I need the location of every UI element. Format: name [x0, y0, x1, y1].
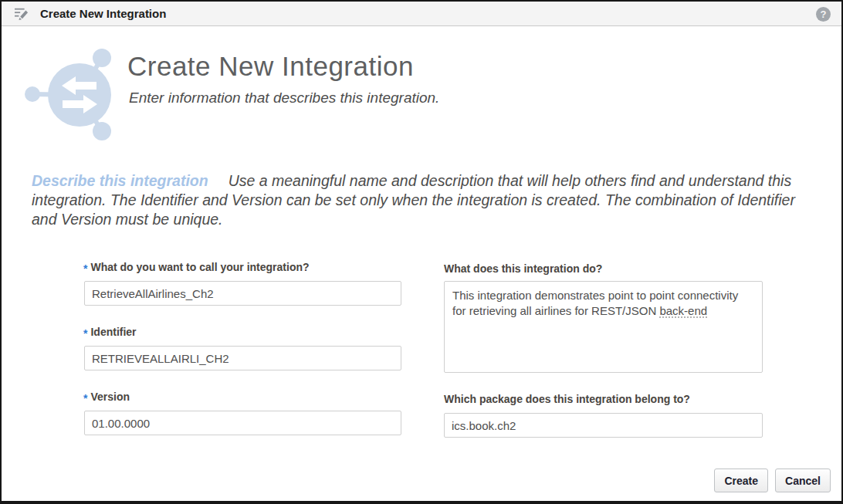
required-asterisk: * — [83, 327, 87, 340]
identifier-input[interactable] — [84, 346, 401, 370]
page-subtitle: Enter information that describes this in… — [129, 90, 439, 107]
integration-hub-icon — [22, 46, 119, 144]
description-label: What does this integration do? — [444, 262, 602, 275]
page-title: Create New Integration — [127, 51, 414, 82]
version-input[interactable] — [84, 411, 401, 435]
required-asterisk: * — [83, 392, 87, 404]
create-button[interactable]: Create — [714, 468, 768, 492]
help-icon[interactable]: ? — [816, 7, 831, 22]
footer-actions: Create Cancel — [714, 468, 831, 492]
name-label: *What do you want to call your integrati… — [83, 261, 310, 273]
create-integration-dialog: Create New Integration ? Create New Inte… — [0, 0, 843, 504]
required-asterisk: * — [83, 262, 87, 275]
cancel-button[interactable]: Cancel — [775, 468, 831, 492]
package-label: Which package does this integration belo… — [444, 393, 690, 405]
description-textarea[interactable]: This integration demonstrates point to p… — [444, 281, 763, 373]
title-bar: Create New Integration ? — [2, 2, 841, 26]
integration-name-input[interactable] — [84, 281, 401, 306]
version-label: *Version — [83, 391, 130, 403]
description-spellcheck-word: back-end — [659, 304, 707, 317]
identifier-label: *Identifier — [83, 326, 137, 338]
describe-section: Describe this integrationUse a meaningfu… — [32, 171, 813, 229]
package-input[interactable] — [444, 413, 763, 438]
dialog-title: Create New Integration — [40, 7, 166, 20]
describe-heading: Describe this integration — [32, 172, 229, 189]
edit-document-icon — [14, 7, 29, 21]
